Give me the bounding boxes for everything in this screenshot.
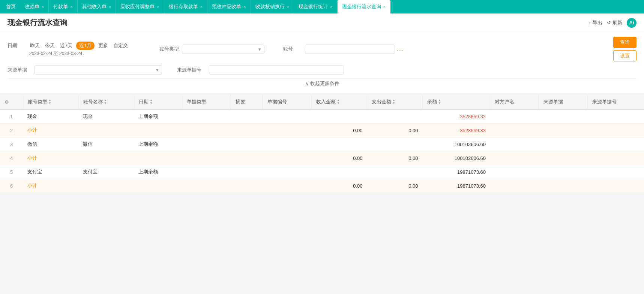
gear-icon[interactable]: ⚙ [5,99,9,105]
query-button[interactable]: 查询 [613,37,636,48]
tab-close-icon[interactable]: × [70,4,72,9]
source-doc-select[interactable]: ▾ [35,65,162,75]
cell-expense [367,165,423,179]
account-input-group: ... [305,45,404,54]
page-header: 现金银行流水查询 ↑ 导出 ↺ 刷新 Ai [0,13,644,32]
tab-close-icon[interactable]: × [330,4,332,9]
date-option[interactable]: 近1月 [76,42,95,50]
cell-source_doc_no [587,109,644,124]
cell-date [134,179,182,193]
col-label-date: 日期 [139,98,149,105]
collapse-up-icon: ∧ [305,81,309,87]
cell-expense [367,137,423,151]
cell-no: 3 [0,137,23,151]
cell-doc_no [263,137,312,151]
top-navigation: 首页 收款单×付款单×其他收入单×应收应付调整单×银行存取款单×预收冲应收单×收… [0,0,644,13]
nav-tab[interactable]: 收款单× [20,0,49,13]
cell-balance: 100102606.60 [423,151,490,165]
sort-arrows: ▲▼ [392,99,395,105]
date-option[interactable]: 自定义 [112,42,129,50]
tab-close-icon[interactable]: × [200,4,203,9]
cell-no: 4 [0,151,23,165]
nav-tab[interactable]: 现金银行流水查询× [338,0,390,13]
cell-counterparty [490,151,539,165]
account-input[interactable] [305,45,395,54]
cell-expense: 0.00 [367,124,423,137]
cell-source_doc [539,165,588,179]
cell-counterparty [490,165,539,179]
col-label-income: 收入金额 [316,98,336,105]
sort-arrows: ▲▼ [337,99,340,105]
nav-tab[interactable]: 付款单× [49,0,77,13]
cell-account_name [78,124,134,137]
refresh-button[interactable]: ↺ 刷新 [607,19,622,26]
cell-summary [231,165,263,179]
source-doc-label: 来源单据 [8,67,27,73]
cell-doc_type [182,179,231,193]
cell-no: 5 [0,165,23,179]
cell-doc_type [182,124,231,137]
table-row: 5支付宝支付宝上期余额19871073.60 [0,165,644,179]
nav-tab[interactable]: 收款核销执行× [251,0,294,13]
account-type-label: 账号类型 [159,46,179,52]
tab-close-icon[interactable]: × [243,4,246,9]
nav-tab[interactable]: 应收应付调整单× [116,0,164,13]
source-doc-no-input[interactable] [209,65,344,75]
date-filter-group: 日期 昨天今天近7天近1月更多自定义 2023-02-24 至 2023-03-… [8,42,129,57]
date-range: 2023-02-24 至 2023-03-24 [9,51,129,57]
filter-row-1: 日期 昨天今天近7天近1月更多自定义 2023-02-24 至 2023-03-… [8,37,636,61]
account-ellipsis-button[interactable]: ... [396,46,404,52]
table-header-expense[interactable]: 支出金额▲▼ [367,95,423,109]
sort-arrows: ▲▼ [150,99,153,105]
collapse-label: 收起更多条件 [310,80,339,87]
cell-income [312,165,367,179]
nav-tab[interactable]: 预收冲应收单× [207,0,251,13]
table-header-date[interactable]: 日期▲▼ [134,95,182,109]
cell-source_doc [539,124,588,137]
table-header-balance[interactable]: 余额▲▼ [423,95,490,109]
tab-close-icon[interactable]: × [42,4,44,9]
header-actions: ↑ 导出 ↺ 刷新 Ai [589,18,637,28]
table-header-income[interactable]: 收入金额▲▼ [312,95,367,109]
tab-close-icon[interactable]: × [287,4,289,9]
cell-doc_type [182,151,231,165]
avatar: Ai [627,18,636,28]
cell-income: 0.00 [312,179,367,193]
date-option[interactable]: 更多 [97,42,110,50]
table-header-source_doc: 来源单据 [539,95,588,109]
col-label-expense: 支出金额 [372,98,391,105]
cell-balance: -3528659.33 [423,109,490,124]
collapse-bar[interactable]: ∧ 收起更多条件 [8,78,636,88]
cell-source_doc [539,137,588,151]
cell-summary [231,179,263,193]
nav-home[interactable]: 首页 [2,3,20,10]
table-header-account_type[interactable]: 账号类型▲▼ [23,95,78,109]
export-button[interactable]: ↑ 导出 [589,19,603,26]
table-header-account_name[interactable]: 账号名称▲▼ [78,95,134,109]
account-type-select[interactable]: ▾ [182,45,264,54]
cell-balance: 100102606.60 [423,137,490,151]
cell-account_type: 微信 [23,137,78,151]
cell-account_name [78,151,134,165]
cell-doc_no [263,165,312,179]
col-label-balance: 余额 [427,98,437,105]
settings-button[interactable]: 设置 [613,50,636,61]
tab-close-icon[interactable]: × [383,4,386,9]
cell-expense [367,109,423,124]
date-option[interactable]: 昨天 [29,42,41,50]
cell-income: 0.00 [312,151,367,165]
cell-source_doc [539,151,588,165]
cell-counterparty [490,124,539,137]
tab-close-icon[interactable]: × [109,4,111,9]
nav-tab[interactable]: 现金银行统计× [294,0,337,13]
date-option[interactable]: 今天 [44,42,56,50]
account-group: 账号 ... [283,45,404,54]
date-option[interactable]: 近7天 [59,42,74,50]
tab-close-icon[interactable]: × [157,4,159,9]
table-row: 2小计0.000.00-3528659.33 [0,124,644,137]
cell-account_name [78,179,134,193]
nav-tab[interactable]: 银行存取款单× [164,0,207,13]
nav-tab[interactable]: 其他收入单× [78,0,116,13]
table-header-source_doc_no: 来源单据号 [587,95,644,109]
export-icon: ↑ [589,20,591,25]
